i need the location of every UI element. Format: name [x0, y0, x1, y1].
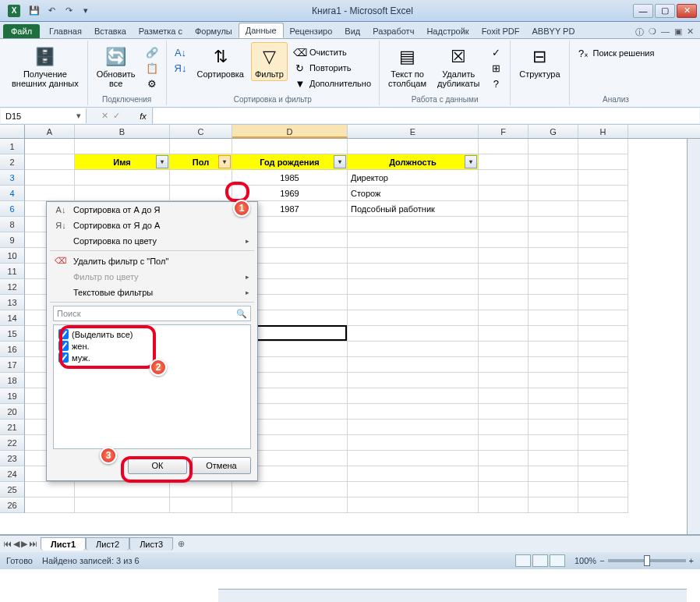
cell-D3[interactable]: 1985 [232, 170, 348, 186]
cell-F23[interactable] [479, 451, 529, 466]
zoom-out-button[interactable]: − [599, 556, 604, 565]
row-header[interactable]: 17 [0, 357, 25, 373]
cell-G11[interactable] [529, 264, 578, 279]
zoom-slider[interactable] [608, 559, 686, 562]
row-header[interactable]: 9 [0, 232, 25, 248]
close-button[interactable]: ✕ [677, 4, 697, 18]
cell-F2[interactable] [479, 154, 529, 170]
cell-G22[interactable] [529, 435, 578, 451]
cell-F1[interactable] [479, 139, 529, 154]
tab-foxit[interactable]: Foxit PDF [476, 24, 526, 38]
row-header[interactable]: 18 [0, 373, 25, 388]
outline-button[interactable]: ⊟ Структура [515, 42, 564, 81]
row-header[interactable]: 22 [0, 435, 25, 451]
cell-B26[interactable] [75, 498, 170, 513]
win-min-icon[interactable]: — [661, 27, 670, 38]
cell-E6[interactable]: Подсобный работник [348, 201, 479, 217]
cell-E16[interactable] [348, 342, 479, 357]
checkbox[interactable] [58, 329, 69, 339]
first-sheet-icon[interactable]: ⏮ [3, 539, 12, 549]
sort-desc-button[interactable]: Я↓ [171, 61, 190, 75]
zoom-in-button[interactable]: + [689, 556, 694, 565]
page-break-view-button[interactable] [550, 554, 565, 567]
cell-B25[interactable] [75, 482, 170, 498]
help-icon[interactable]: ❍ [649, 27, 656, 38]
row-header[interactable]: 1 [0, 139, 25, 154]
cell-B1[interactable] [75, 139, 170, 154]
cell-E24[interactable] [348, 466, 479, 482]
tab-home[interactable]: Главная [43, 24, 88, 38]
cell-E22[interactable] [348, 435, 479, 451]
filter-dropdown-D[interactable]: ▾ [334, 155, 346, 168]
cell-F19[interactable] [479, 388, 529, 404]
cell-F3[interactable] [479, 170, 529, 186]
vertical-scrollbar[interactable] [687, 139, 700, 534]
tab-review[interactable]: Рецензиро [284, 24, 339, 38]
row-header[interactable]: 14 [0, 310, 25, 326]
clear-filter-button[interactable]: ⌫Очистить [291, 45, 374, 59]
cell-H26[interactable] [578, 498, 628, 513]
whatif-button[interactable]: ? [486, 76, 505, 90]
cell-G1[interactable] [529, 139, 578, 154]
cell-A4[interactable] [25, 186, 75, 201]
cell-H15[interactable] [578, 326, 628, 342]
cell-G24[interactable] [529, 466, 578, 482]
row-header[interactable]: 19 [0, 388, 25, 404]
checkbox[interactable] [58, 341, 69, 351]
cell-H2[interactable] [578, 154, 628, 170]
filter-dropdown-E[interactable]: ▾ [465, 155, 477, 168]
row-header[interactable]: 23 [0, 451, 25, 466]
sort-by-color-item[interactable]: Сортировка по цвету ▸ [47, 233, 257, 249]
cell-F8[interactable] [479, 217, 529, 232]
sheet-tab-2[interactable]: Лист2 [86, 537, 129, 551]
cell-H18[interactable] [578, 373, 628, 388]
cell-G18[interactable] [529, 373, 578, 388]
cell-E21[interactable] [348, 420, 479, 435]
cell-H1[interactable] [578, 139, 628, 154]
cell-H6[interactable] [578, 201, 628, 217]
consolidate-button[interactable]: ⊞ [486, 61, 505, 75]
col-B[interactable]: B [75, 125, 170, 138]
maximize-button[interactable]: ▢ [655, 4, 675, 18]
cell-G19[interactable] [529, 388, 578, 404]
tab-insert[interactable]: Вставка [88, 24, 133, 38]
zoom-level[interactable]: 100% [574, 556, 596, 565]
cell-H17[interactable] [578, 357, 628, 373]
check-select-all[interactable]: (Выделить все) [57, 328, 247, 340]
edit-links-button[interactable]: ⚙ [143, 76, 161, 90]
cell-H25[interactable] [578, 482, 628, 498]
row-header[interactable]: 11 [0, 264, 25, 279]
cell-B4[interactable] [75, 186, 170, 201]
cell-D25[interactable] [232, 482, 348, 498]
external-data-button[interactable]: 🗄️ Получение внешних данных [8, 42, 83, 90]
cell-E25[interactable] [348, 482, 479, 498]
cell-F15[interactable] [479, 326, 529, 342]
cell-G2[interactable] [529, 154, 578, 170]
col-A[interactable]: A [25, 125, 75, 138]
cell-G23[interactable] [529, 451, 578, 466]
properties-button[interactable]: 📋 [143, 61, 161, 75]
minimize-button[interactable]: — [633, 4, 653, 18]
cell-E2[interactable]: Должность▾ [348, 154, 479, 170]
tab-developer[interactable]: Разработч [366, 24, 420, 38]
cell-H13[interactable] [578, 295, 628, 310]
row-header[interactable]: 25 [0, 482, 25, 498]
cell-H14[interactable] [578, 310, 628, 326]
minimize-ribbon-icon[interactable]: ⓘ [635, 27, 644, 38]
cell-F26[interactable] [479, 498, 529, 513]
advanced-button[interactable]: ▼Дополнительно [291, 76, 374, 90]
cell-E8[interactable] [348, 217, 479, 232]
cell-H22[interactable] [578, 435, 628, 451]
cell-A1[interactable] [25, 139, 75, 154]
cell-H12[interactable] [578, 279, 628, 295]
sort-button[interactable]: ⇅ Сортировка [193, 42, 248, 81]
formula-input[interactable] [154, 108, 699, 123]
row-header[interactable]: 20 [0, 404, 25, 420]
cell-H9[interactable] [578, 232, 628, 248]
horizontal-scrollbar[interactable] [218, 589, 687, 602]
remove-duplicates-button[interactable]: ☒ Удалить дубликаты [433, 42, 483, 90]
cell-G13[interactable] [529, 295, 578, 310]
cell-G26[interactable] [529, 498, 578, 513]
row-header[interactable]: 3 [0, 170, 25, 186]
cell-B3[interactable] [75, 170, 170, 186]
